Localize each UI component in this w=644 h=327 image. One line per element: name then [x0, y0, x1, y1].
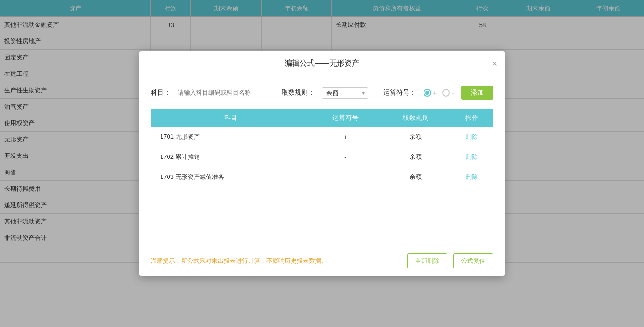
rule-label: 取数规则： — [282, 89, 315, 97]
minus-label: - — [452, 89, 454, 97]
subject-label: 科目： — [151, 89, 170, 97]
form-row: 科目： 取数规则： 余额 借方发生额 贷方发生额 期初余额 ▼ 运算符号： — [151, 86, 493, 100]
radio-circle-plus — [424, 89, 431, 97]
reset-formula-button[interactable]: 公式复位 — [453, 253, 493, 268]
cell-action: 删除 — [451, 167, 493, 187]
operator-plus-radio[interactable]: + — [424, 89, 437, 97]
operator-radio-group: + - — [424, 89, 454, 97]
cell-operator: + — [311, 127, 381, 147]
delete-row-button[interactable]: 删除 — [466, 153, 478, 160]
modal-overlay: 编辑公式——无形资产 × 科目： 取数规则： 余额 借方发生额 贷方发生额 期初… — [0, 0, 644, 327]
table-row: 1702 累计摊销 - 余额 删除 — [151, 147, 493, 167]
footer-buttons: 全部删除 公式复位 — [407, 253, 493, 268]
cell-action: 删除 — [451, 127, 493, 147]
modal-dialog: 编辑公式——无形资产 × 科目： 取数规则： 余额 借方发生额 贷方发生额 期初… — [139, 51, 505, 276]
th-operator: 运算符号 — [311, 109, 381, 127]
rule-select[interactable]: 余额 借方发生额 贷方发生额 期初余额 — [322, 87, 368, 99]
delete-row-button[interactable]: 删除 — [466, 173, 478, 180]
delete-all-button[interactable]: 全部删除 — [407, 253, 447, 268]
cell-subject: 1703 无形资产减值准备 — [151, 167, 311, 187]
modal-close-button[interactable]: × — [492, 59, 497, 68]
cell-rule: 余额 — [381, 167, 450, 187]
cell-rule: 余额 — [381, 147, 450, 167]
cell-operator: - — [311, 167, 381, 187]
cell-action: 删除 — [451, 147, 493, 167]
operator-label: 运算符号： — [383, 89, 416, 97]
radio-circle-minus — [442, 89, 450, 97]
cell-subject: 1701 无形资产 — [151, 127, 311, 147]
plus-label: + — [433, 89, 437, 97]
rule-select-wrapper: 余额 借方发生额 贷方发生额 期初余额 ▼ — [322, 87, 368, 99]
th-subject: 科目 — [151, 109, 311, 127]
footer-hint: 温馨提示：新公式只对未出报表进行计算，不影响历史报表数据。 — [151, 257, 327, 265]
modal-title: 编辑公式——无形资产 — [285, 59, 359, 68]
add-button[interactable]: 添加 — [461, 86, 493, 100]
modal-header: 编辑公式——无形资产 × — [139, 51, 505, 76]
th-action: 操作 — [451, 109, 493, 127]
operator-minus-radio[interactable]: - — [442, 89, 454, 97]
th-rule: 取数规则 — [381, 109, 450, 127]
modal-footer: 温馨提示：新公式只对未出报表进行计算，不影响历史报表数据。 全部删除 公式复位 — [139, 246, 505, 276]
subject-input[interactable] — [178, 87, 267, 98]
formula-table: 科目 运算符号 取数规则 操作 1701 无形资产 + 余额 删除 — [151, 109, 493, 187]
table-row: 1701 无形资产 + 余额 删除 — [151, 127, 493, 147]
cell-subject: 1702 累计摊销 — [151, 147, 311, 167]
cell-operator: - — [311, 147, 381, 167]
cell-rule: 余额 — [381, 127, 450, 147]
table-row: 1703 无形资产减值准备 - 余额 删除 — [151, 167, 493, 187]
table-header-row: 科目 运算符号 取数规则 操作 — [151, 109, 493, 127]
delete-row-button[interactable]: 删除 — [466, 133, 478, 140]
modal-body: 科目： 取数规则： 余额 借方发生额 贷方发生额 期初余额 ▼ 运算符号： — [139, 76, 505, 246]
